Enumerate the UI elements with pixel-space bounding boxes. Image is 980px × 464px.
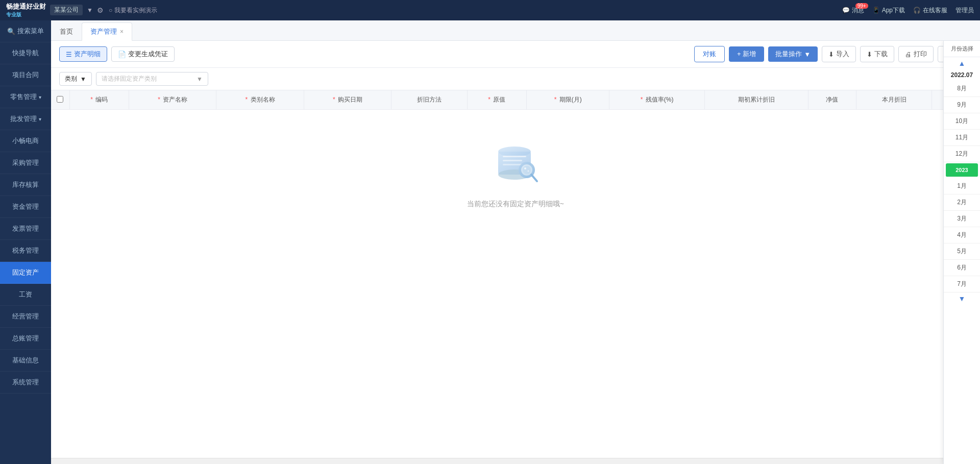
message-icon: 💬 [842,7,850,14]
month-item-11[interactable]: 11月 [944,130,980,146]
sidebar-item-basic[interactable]: 基础信息 [0,350,51,372]
filter-input-arrow-icon: ▼ [197,76,203,83]
empty-state-row: 当前您还没有固定资产明细哦~ [51,110,980,240]
month-item-12[interactable]: 12月 [944,146,980,162]
print-label: 打印 [914,50,927,59]
user-menu[interactable]: 管理员 [955,6,974,15]
month-item-6[interactable]: 6月 [944,260,980,276]
main-layout: 🔍 搜索菜单 快捷导航 项目合同 零售管理 ▾ 批发管理 ▾ 小畅电商 采购管理… [0,20,980,464]
sidebar-item-inventory[interactable]: 库存核算 [0,174,51,196]
sidebar-item-search[interactable]: 🔍 搜索菜单 [0,20,51,42]
table-container: * 编码 * 资产名称 * 类别名称 [51,90,980,458]
empty-state: 当前您还没有固定资产明细哦~ [51,110,980,239]
sidebar-item-wholesale[interactable]: 批发管理 ▾ [0,108,51,130]
sidebar-item-purchase[interactable]: 采购管理 [0,152,51,174]
month-panel-down-arrow[interactable]: ▼ [944,292,980,305]
sidebar-label-assets: 固定资产 [12,268,39,277]
col-net-value-label: 净值 [826,96,838,103]
tab-home[interactable]: 首页 [51,22,82,40]
sidebar-label-system: 系统管理 [12,378,39,387]
month-item-1[interactable]: 1月 [944,178,980,194]
import-button[interactable]: ⬇ 导入 [822,46,856,62]
tab-assets-label: 资产管理 [90,27,117,36]
category-filter-type[interactable]: 类别 ▼ [59,72,92,86]
bottom-scrollbar[interactable] [51,458,980,464]
sidebar-item-operations[interactable]: 经营管理 [0,306,51,328]
sidebar-item-quick-nav[interactable]: 快捷导航 [0,42,51,64]
sidebar-label-retail: 零售管理 [10,92,37,102]
category-filter-input[interactable]: 请选择固定资产类别 ▼ [96,72,208,86]
subtab-voucher[interactable]: 📄 变更生成凭证 [111,46,175,62]
sub-tab-bar: ☰ 资产明细 📄 变更生成凭证 对账 + 新增 [51,41,980,68]
svg-point-11 [527,170,529,172]
sidebar-item-finance[interactable]: 资金管理 [0,196,51,218]
filter-bar: 类别 ▼ 请选择固定资产类别 ▼ [51,68,980,90]
year-badge[interactable]: 2023 [946,163,978,177]
sidebar-label-wholesale: 批发管理 [10,114,37,124]
content-area: 首页 资产管理 × ☰ 资产明细 📄 变更生成凭证 [51,20,980,464]
settings-icon[interactable]: ⚙ [97,6,104,14]
download-label: 下载 [874,50,888,59]
col-code: * 编码 [69,90,129,110]
sidebar-label-finance: 资金管理 [12,202,39,211]
message-button[interactable]: 💬 消息 99+ [842,6,864,15]
company-dropdown-icon[interactable]: ▼ [87,7,93,14]
month-item-2[interactable]: 2月 [944,194,980,211]
app-download-button[interactable]: 📱 App下载 [872,6,905,15]
month-item-3[interactable]: 3月 [944,211,980,227]
service-label: 在线客服 [923,6,947,15]
sidebar-label-invoice: 发票管理 [12,224,39,233]
sidebar-label-quick-nav: 快捷导航 [12,48,39,58]
company-selector[interactable]: 某某公司 [50,5,83,15]
sidebar-item-project[interactable]: 项目合同 [0,64,51,86]
col-net-value: 净值 [808,90,856,110]
col-monthly-depreciation-label: 本月折旧 [882,96,906,103]
sidebar-item-assets[interactable]: 固定资产 [0,262,51,284]
import-label: 导入 [836,50,849,59]
wholesale-arrow-icon: ▾ [39,116,41,122]
tab-bar: 首页 资产管理 × [51,20,980,41]
month-item-8[interactable]: 8月 [944,81,980,97]
col-accumulated-label: 期初累计折旧 [738,96,775,103]
month-item-7[interactable]: 7月 [944,276,980,292]
sidebar-item-system[interactable]: 系统管理 [0,372,51,394]
subtab-voucher-label: 变更生成凭证 [128,50,168,59]
sidebar-item-ecommerce[interactable]: 小畅电商 [0,130,51,152]
service-icon: 🎧 [913,7,921,14]
reconcile-button[interactable]: 对账 [694,46,725,62]
print-button[interactable]: 🖨 打印 [898,46,934,62]
batch-label: 批量操作 [775,50,802,59]
tab-assets[interactable]: 资产管理 × [82,22,132,41]
subtab-detail[interactable]: ☰ 资产明细 [59,46,107,62]
demo-text: 我要看实例演示 [114,6,157,15]
brand-name: 畅捷通好业财 [6,3,46,11]
sidebar-label-project: 项目合同 [12,70,39,80]
download-button[interactable]: ⬇ 下载 [860,46,894,62]
sidebar-item-retail[interactable]: 零售管理 ▾ [0,86,51,108]
month-panel-up-arrow[interactable]: ▲ [944,57,980,69]
sidebar-item-salary[interactable]: 工资 [0,284,51,306]
batch-arrow-icon: ▼ [804,51,811,58]
demo-link[interactable]: ○ 我要看实例演示 [109,6,157,15]
month-item-9[interactable]: 9月 [944,97,980,113]
service-button[interactable]: 🎧 在线客服 [913,6,947,15]
month-item-4[interactable]: 4月 [944,227,980,243]
col-category: * 类别名称 [216,90,304,110]
col-depreciation-method-label: 折旧方法 [417,96,442,103]
col-name-label: 资产名称 [163,96,187,103]
voucher-icon: 📄 [118,51,126,58]
tab-close-icon[interactable]: × [120,28,124,35]
select-all-checkbox[interactable] [57,96,63,103]
sidebar-item-tax[interactable]: 税务管理 [0,240,51,262]
month-item-10[interactable]: 10月 [944,113,980,130]
month-item-5[interactable]: 5月 [944,243,980,260]
page-content: ☰ 资产明细 📄 变更生成凭证 对账 + 新增 [51,41,980,464]
year-2022-label[interactable]: 2022.07 [944,69,980,81]
add-button[interactable]: + 新增 [729,46,764,62]
sub-tab-left: ☰ 资产明细 📄 变更生成凭证 [59,46,175,62]
sidebar-item-ledger[interactable]: 总账管理 [0,328,51,350]
sidebar-item-invoice[interactable]: 发票管理 [0,218,51,240]
top-bar: 畅捷通好业财 专业版 某某公司 ▼ ⚙ ○ 我要看实例演示 💬 消息 99+ 📱… [0,0,980,20]
table-body: 当前您还没有固定资产明细哦~ [51,110,980,240]
batch-button[interactable]: 批量操作 ▼ [768,46,818,62]
